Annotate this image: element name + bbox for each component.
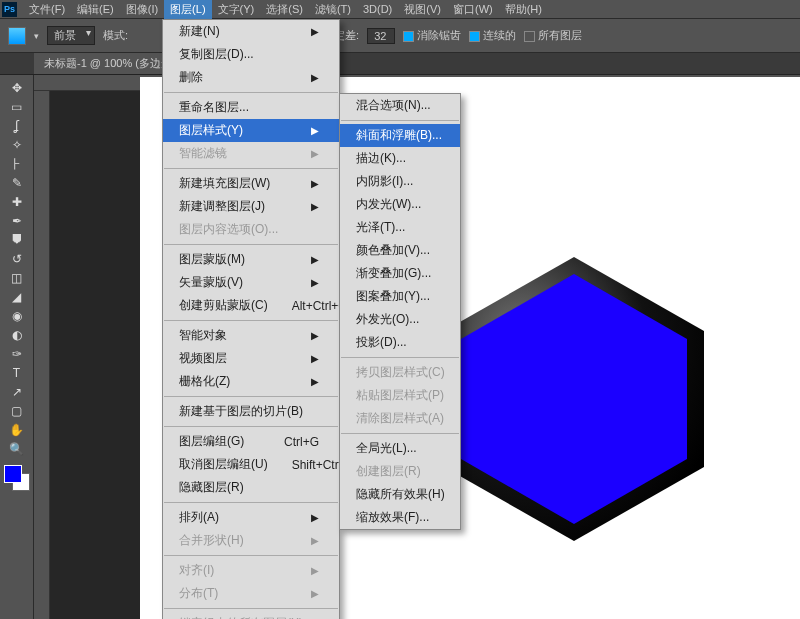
menu-item-label: 新建填充图层(W) bbox=[179, 175, 270, 192]
lasso-tool[interactable]: ʆ bbox=[6, 117, 28, 135]
menu-item-label: 光泽(T)... bbox=[356, 219, 405, 236]
wand-tool[interactable]: ✧ bbox=[6, 136, 28, 154]
menu-item[interactable]: 描边(K)... bbox=[340, 147, 460, 170]
dodge-tool[interactable]: ◐ bbox=[6, 326, 28, 344]
menu-item[interactable]: 混合选项(N)... bbox=[340, 94, 460, 117]
contiguous-checkbox[interactable] bbox=[469, 31, 480, 42]
bucket-icon[interactable] bbox=[8, 27, 26, 45]
type-tool[interactable]: T bbox=[6, 364, 28, 382]
menu-item[interactable]: 取消图层编组(U)Shift+Ctrl+G bbox=[163, 453, 339, 476]
submenu-arrow-icon: ▶ bbox=[311, 277, 319, 288]
menu-item[interactable]: 栅格化(Z)▶ bbox=[163, 370, 339, 393]
move-tool[interactable]: ✥ bbox=[6, 79, 28, 97]
heal-tool[interactable]: ✚ bbox=[6, 193, 28, 211]
menu-item-label: 图层蒙版(M) bbox=[179, 251, 245, 268]
path-tool[interactable]: ↗ bbox=[6, 383, 28, 401]
toolbox: ✥ ▭ ʆ ✧ ⺊ ✎ ✚ ✒ ⛊ ↺ ◫ ◢ ◉ ◐ ✑ T ↗ ▢ ✋ 🔍 bbox=[0, 75, 34, 619]
foreground-color-swatch[interactable] bbox=[4, 465, 22, 483]
menu-separator bbox=[341, 120, 459, 121]
menu-item: 粘贴图层样式(P) bbox=[340, 384, 460, 407]
menu-separator bbox=[164, 168, 338, 169]
menu-window[interactable]: 窗口(W) bbox=[447, 0, 499, 19]
menu-image[interactable]: 图像(I) bbox=[120, 0, 164, 19]
menu-item[interactable]: 图层蒙版(M)▶ bbox=[163, 248, 339, 271]
shape-tool[interactable]: ▢ bbox=[6, 402, 28, 420]
menu-item[interactable]: 隐藏所有效果(H) bbox=[340, 483, 460, 506]
color-swatches[interactable] bbox=[4, 465, 30, 491]
stamp-tool[interactable]: ⛊ bbox=[6, 231, 28, 249]
menu-item-label: 粘贴图层样式(P) bbox=[356, 387, 444, 404]
alllayers-checkbox[interactable] bbox=[524, 31, 535, 42]
submenu-arrow-icon: ▶ bbox=[311, 565, 319, 576]
menu-item-label: 全局光(L)... bbox=[356, 440, 417, 457]
menu-item[interactable]: 重命名图层... bbox=[163, 96, 339, 119]
menu-item[interactable]: 图案叠加(Y)... bbox=[340, 285, 460, 308]
menu-3d[interactable]: 3D(D) bbox=[357, 1, 398, 17]
hand-tool[interactable]: ✋ bbox=[6, 421, 28, 439]
menu-item[interactable]: 内发光(W)... bbox=[340, 193, 460, 216]
fill-source-dropdown[interactable]: 前景 bbox=[47, 26, 95, 45]
menu-separator bbox=[164, 608, 338, 609]
bucket-tool[interactable]: ◢ bbox=[6, 288, 28, 306]
menu-item[interactable]: 图层样式(Y)▶ bbox=[163, 119, 339, 142]
submenu-arrow-icon: ▶ bbox=[311, 588, 319, 599]
menu-item[interactable]: 斜面和浮雕(B)... bbox=[340, 124, 460, 147]
menu-item-label: 外发光(O)... bbox=[356, 311, 419, 328]
menu-filter[interactable]: 滤镜(T) bbox=[309, 0, 357, 19]
menu-edit[interactable]: 编辑(E) bbox=[71, 0, 120, 19]
app-logo: Ps bbox=[2, 2, 17, 17]
submenu-arrow-icon: ▶ bbox=[311, 72, 319, 83]
menu-item[interactable]: 复制图层(D)... bbox=[163, 43, 339, 66]
menu-item-label: 智能滤镜 bbox=[179, 145, 227, 162]
menu-item[interactable]: 投影(D)... bbox=[340, 331, 460, 354]
menu-separator bbox=[164, 555, 338, 556]
blur-tool[interactable]: ◉ bbox=[6, 307, 28, 325]
menu-item[interactable]: 外发光(O)... bbox=[340, 308, 460, 331]
menu-item[interactable]: 隐藏图层(R) bbox=[163, 476, 339, 499]
submenu-arrow-icon: ▶ bbox=[311, 26, 319, 37]
menubar: Ps 文件(F) 编辑(E) 图像(I) 图层(L) 文字(Y) 选择(S) 滤… bbox=[0, 0, 800, 19]
menu-separator bbox=[164, 92, 338, 93]
menu-item-label: 颜色叠加(V)... bbox=[356, 242, 430, 259]
menu-item[interactable]: 全局光(L)... bbox=[340, 437, 460, 460]
menu-view[interactable]: 视图(V) bbox=[398, 0, 447, 19]
menu-item-label: 内阴影(I)... bbox=[356, 173, 413, 190]
pen-tool[interactable]: ✑ bbox=[6, 345, 28, 363]
menu-type[interactable]: 文字(Y) bbox=[212, 0, 261, 19]
menu-help[interactable]: 帮助(H) bbox=[499, 0, 548, 19]
history-brush-tool[interactable]: ↺ bbox=[6, 250, 28, 268]
menu-item[interactable]: 新建填充图层(W)▶ bbox=[163, 172, 339, 195]
zoom-tool[interactable]: 🔍 bbox=[6, 440, 28, 458]
menu-item[interactable]: 智能对象▶ bbox=[163, 324, 339, 347]
menu-item[interactable]: 新建(N)▶ bbox=[163, 20, 339, 43]
menu-item[interactable]: 新建调整图层(J)▶ bbox=[163, 195, 339, 218]
eraser-tool[interactable]: ◫ bbox=[6, 269, 28, 287]
menu-item[interactable]: 内阴影(I)... bbox=[340, 170, 460, 193]
menu-item[interactable]: 光泽(T)... bbox=[340, 216, 460, 239]
antialias-checkbox[interactable] bbox=[403, 31, 414, 42]
menu-item-label: 图层内容选项(O)... bbox=[179, 221, 278, 238]
layer-menu[interactable]: 新建(N)▶复制图层(D)...删除▶重命名图层...图层样式(Y)▶智能滤镜▶… bbox=[162, 19, 340, 619]
menu-item[interactable]: 渐变叠加(G)... bbox=[340, 262, 460, 285]
menu-select[interactable]: 选择(S) bbox=[260, 0, 309, 19]
layer-style-submenu[interactable]: 混合选项(N)...斜面和浮雕(B)...描边(K)...内阴影(I)...内发… bbox=[339, 93, 461, 530]
menu-item[interactable]: 排列(A)▶ bbox=[163, 506, 339, 529]
menu-item[interactable]: 视频图层▶ bbox=[163, 347, 339, 370]
menu-file[interactable]: 文件(F) bbox=[23, 0, 71, 19]
menu-item: 合并形状(H)▶ bbox=[163, 529, 339, 552]
marquee-tool[interactable]: ▭ bbox=[6, 98, 28, 116]
menu-item[interactable]: 图层编组(G)Ctrl+G bbox=[163, 430, 339, 453]
menu-item[interactable]: 删除▶ bbox=[163, 66, 339, 89]
tolerance-input[interactable]: 32 bbox=[367, 28, 395, 44]
brush-tool[interactable]: ✒ bbox=[6, 212, 28, 230]
menu-layer[interactable]: 图层(L) bbox=[164, 0, 211, 19]
menu-item[interactable]: 矢量蒙版(V)▶ bbox=[163, 271, 339, 294]
menu-item[interactable]: 新建基于图层的切片(B) bbox=[163, 400, 339, 423]
menu-item[interactable]: 缩放效果(F)... bbox=[340, 506, 460, 529]
menu-item[interactable]: 颜色叠加(V)... bbox=[340, 239, 460, 262]
menu-item[interactable]: 创建剪贴蒙版(C)Alt+Ctrl+G bbox=[163, 294, 339, 317]
submenu-arrow-icon: ▶ bbox=[311, 201, 319, 212]
hexagon-shape[interactable] bbox=[424, 249, 724, 552]
crop-tool[interactable]: ⺊ bbox=[6, 155, 28, 173]
eyedropper-tool[interactable]: ✎ bbox=[6, 174, 28, 192]
